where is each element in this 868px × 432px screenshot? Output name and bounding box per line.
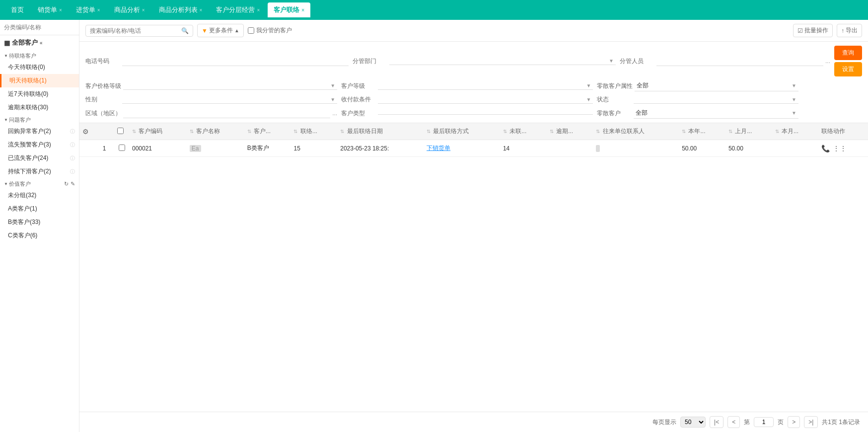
sort-icon-last-month[interactable]: ⇅ [728, 129, 732, 134]
filter-region-ellipsis[interactable]: ... [332, 110, 337, 117]
nav-goods-analysis-list[interactable]: 商品分析列表 × [153, 2, 209, 17]
td-this-month [772, 140, 819, 157]
chevron-down-icon-status: ▼ [792, 97, 796, 102]
th-last-month: ⇅ 上月... [725, 123, 772, 140]
sidebar-item-churned[interactable]: 已流失客户(24) ⓘ [0, 151, 79, 165]
chevron-down-icon-dept: ▼ [609, 58, 614, 64]
th-num [94, 123, 114, 140]
sort-icon-no-contact[interactable]: ⇅ [503, 129, 507, 134]
batch-op-btn[interactable]: ☑ 批量操作 [793, 24, 833, 37]
next-page-btn[interactable]: > [788, 416, 800, 428]
gear-icon[interactable]: ⚙ [82, 128, 89, 136]
nav-purchase[interactable]: 进货单 × [70, 2, 106, 17]
sort-icon-this-month[interactable]: ⇅ [775, 129, 779, 134]
filter-gender-select[interactable]: ▼ [122, 96, 337, 104]
nav-goods-analysis-list-close[interactable]: × [200, 7, 203, 13]
th-action: 联络动作 [818, 123, 868, 140]
sidebar-item-churn-warning[interactable]: 流失预警客户(3) ⓘ [0, 138, 79, 151]
filter-retail-customer-select[interactable]: 全部 ▼ [634, 108, 798, 119]
filter-dept-select[interactable]: ▼ [389, 57, 616, 65]
triangle-icon-2: ▼ [4, 118, 8, 122]
sidebar-item-ungrouped[interactable]: 未分组(32) [0, 189, 79, 202]
filter-retail-attr-select[interactable]: 全部 ▼ [635, 80, 798, 91]
sort-icon-overdue[interactable]: ⇅ [550, 129, 554, 134]
page-input[interactable] [754, 417, 774, 427]
search-input[interactable] [90, 27, 179, 34]
sidebar-collapse-icon[interactable]: « [40, 40, 43, 46]
filter-region-input[interactable] [123, 109, 330, 118]
sort-icon-contact[interactable]: ⇅ [293, 129, 297, 134]
nav-home[interactable]: 首页 [5, 2, 30, 17]
td-overdue [547, 140, 593, 157]
sidebar-item-declining[interactable]: 持续下滑客户(2) ⓘ [0, 165, 79, 178]
nav-goods-analysis[interactable]: 商品分析 × [108, 2, 151, 17]
row-checkbox[interactable] [119, 144, 125, 151]
action-phone-icon[interactable]: 📞 [821, 144, 830, 152]
export-btn[interactable]: ↑ 导出 [837, 24, 862, 37]
filter-person-input[interactable] [656, 57, 823, 66]
edit-icon[interactable]: ✎ [71, 181, 75, 187]
td-company-contact [593, 140, 679, 157]
chevron-down-icon-gender: ▼ [330, 97, 335, 102]
filter-status-select[interactable]: ▼ [634, 96, 798, 104]
filter-price-select[interactable]: ▼ [123, 82, 337, 90]
filter-person: 分管人员 ... [620, 57, 830, 66]
action-more-icon[interactable]: ⋮⋮ [833, 144, 847, 152]
filter-retail-attr: 零散客户属性 全部 ▼ [597, 80, 798, 91]
sort-icon-name[interactable]: ⇅ [190, 129, 194, 134]
data-table: ⚙ ⇅ 客户编码 ⇅ 客户名称 [79, 123, 868, 157]
first-page-btn[interactable]: |< [710, 416, 723, 428]
my-customers-check[interactable]: 我分管的客户 [248, 26, 292, 35]
sidebar-item-abnormal-repurchase[interactable]: 回购异常客户(2) ⓘ [0, 125, 79, 138]
footer: 每页显示 50 100 200 |< < 第 页 > >| 共1页 1条记录 [79, 412, 868, 432]
sidebar-all-customers[interactable]: ▦ 全部客户 « [0, 35, 79, 50]
sidebar-item-today-contact[interactable]: 今天待联络(0) [0, 61, 79, 74]
query-btn[interactable]: 查询 [834, 46, 862, 60]
sidebar-item-c-class[interactable]: C类客户(6) [0, 229, 79, 242]
sort-icon-code[interactable]: ⇅ [132, 129, 136, 134]
search-icon[interactable]: 🔍 [181, 27, 189, 34]
filter-payment-select[interactable]: ▼ [378, 96, 593, 104]
reset-btn[interactable]: 设置 [834, 62, 862, 76]
filter-row-1: 电话号码 分管部门 ▼ 分管人员 ... 查询 设置 [85, 46, 862, 76]
sort-icon-year[interactable]: ⇅ [682, 129, 686, 134]
nav-purchase-close[interactable]: × [97, 7, 100, 13]
prev-page-btn[interactable]: < [727, 416, 740, 428]
th-check [114, 123, 129, 140]
chevron-down-icon-price: ▼ [330, 83, 335, 88]
nav-sales[interactable]: 销货单 × [32, 2, 68, 17]
sidebar-item-7days-contact[interactable]: 近7天待联络(0) [0, 87, 79, 101]
my-customers-checkbox[interactable] [248, 27, 254, 34]
more-conditions-btn[interactable]: ▼ 更多条件 ▲ [197, 24, 244, 37]
page-size-select[interactable]: 50 100 200 [680, 417, 706, 428]
triangle-icon: ▼ [4, 54, 8, 58]
sort-icon-type[interactable]: ⇅ [247, 129, 251, 134]
filter-phone-input[interactable] [122, 57, 349, 66]
nav-sales-close[interactable]: × [59, 7, 62, 13]
export-icon: ↑ [841, 27, 844, 34]
filter-row-3: 性别 ▼ 收付款条件 ▼ 状态 [85, 95, 862, 104]
filter-customer-type-select[interactable] [378, 112, 593, 115]
select-all-checkbox[interactable] [117, 128, 124, 134]
sidebar-item-tomorrow-contact[interactable]: 明天待联络(1) [0, 74, 79, 87]
last-contact-method-link[interactable]: 下销货单 [427, 144, 450, 151]
td-num: 1 [94, 140, 114, 157]
filter-person-ellipsis[interactable]: ... [825, 58, 830, 65]
chevron-down-icon-retail-customer: ▼ [792, 110, 796, 116]
nav-customer-contact[interactable]: 客户联络 × [268, 2, 310, 17]
refresh-icon[interactable]: ↻ [64, 181, 69, 187]
nav-customer-segment-close[interactable]: × [257, 7, 260, 13]
sidebar-item-b-class[interactable]: B类客户(33) [0, 216, 79, 229]
sort-icon-company[interactable]: ⇅ [596, 129, 600, 134]
filter-customer-level-select[interactable]: ▼ [378, 82, 593, 90]
sidebar-search-input[interactable] [4, 24, 78, 31]
sidebar-item-overdue-contact[interactable]: 逾期未联络(30) [0, 101, 79, 114]
sidebar-item-a-class[interactable]: A类客户(1) [0, 202, 79, 216]
nav-customer-contact-close[interactable]: × [301, 7, 304, 13]
nav-goods-analysis-close[interactable]: × [142, 7, 145, 13]
td-name: Ea [187, 140, 244, 157]
nav-customer-segment[interactable]: 客户分层经营 × [210, 2, 266, 17]
sort-icon-method[interactable]: ⇅ [427, 129, 431, 134]
last-page-btn[interactable]: >| [804, 416, 818, 428]
sort-icon-date[interactable]: ⇅ [340, 129, 344, 134]
